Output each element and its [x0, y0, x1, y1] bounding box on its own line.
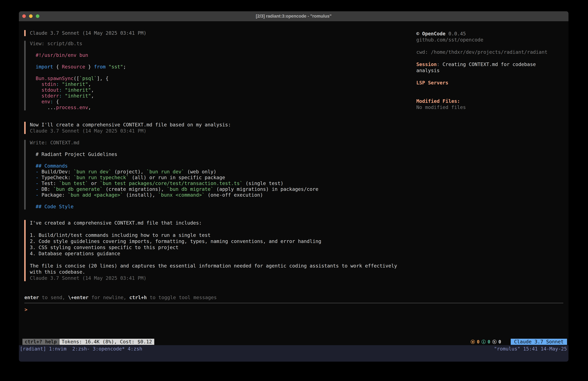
title-bar: [2/3] radiant:3:opencode - "romulus" — [19, 11, 568, 21]
text-line — [416, 74, 547, 80]
text-line: ...process.env, — [30, 105, 126, 111]
terminal-window: [2/3] radiant:3:opencode - "romulus" Cla… — [19, 11, 568, 362]
text-line — [416, 86, 547, 92]
text-line: The file is concise (20 lines) and captu… — [30, 263, 397, 269]
text-line: stderr: "inherit", — [30, 93, 126, 99]
assistant-message-block: Now I'll create a comprehensive CONTEXT.… — [30, 122, 231, 134]
tool-view-code: View: script/db.ts#!/usr/bin/env bunimpo… — [30, 41, 126, 111]
tool-accent-bar — [24, 140, 26, 210]
help-shortcut-badge[interactable]: ctrl+? help — [22, 339, 59, 345]
assistant-summary-block: I've created a comprehensive CONTEXT.md … — [30, 220, 397, 281]
text-line: enter to send, \+enter for newline, ctrl… — [24, 294, 217, 301]
assistant-accent-bar — [24, 220, 26, 281]
warning-icon: W — [471, 340, 475, 344]
text-line: ## Code Style — [30, 204, 318, 210]
text-line: 1. Build/lint/test commands including ho… — [30, 232, 397, 238]
text-line: Now I'll create a comprehensive CONTEXT.… — [30, 122, 231, 128]
text-line: - Package: `bun add <package>` (install)… — [30, 192, 318, 198]
assistant-accent-bar — [24, 122, 26, 134]
tool-accent-bar — [24, 41, 26, 111]
text-line: # Radiant Project Guidelines — [30, 151, 318, 157]
text-line: 2. Code style guidelines covering import… — [30, 238, 397, 245]
text-line: Session: Creating CONTEXT.md for codebas… — [416, 61, 547, 67]
text-line — [416, 55, 547, 61]
text-line: LSP Servers — [416, 80, 547, 86]
text-line — [30, 226, 397, 232]
tool-write-block: Write: CONTEXT.md# Radiant Project Guide… — [30, 140, 318, 210]
prompt-input[interactable]: > — [24, 307, 27, 313]
sidebar-lines: © OpenCode 0.0.45github.com/sst/opencode… — [416, 31, 547, 111]
info-icon: i — [482, 340, 486, 344]
text-line: 3. CSS styling conventions specific to t… — [30, 245, 397, 250]
text-line: stdout: "inherit", — [30, 87, 126, 93]
text-line: - Test: `bun test` or `bun test packages… — [30, 180, 318, 186]
window-title: [2/3] radiant:3:opencode - "romulus" — [19, 11, 568, 21]
text-line — [30, 257, 397, 263]
info-count: 0 — [488, 339, 490, 344]
text-line: Claude 3.7 Sonnet (14 May 2025 03:41 PM) — [30, 128, 231, 134]
text-line: cwd: /home/thdxr/dev/projects/radiant/ra… — [416, 49, 547, 55]
text-line — [30, 70, 126, 76]
tool-write-content: Write: CONTEXT.md# Radiant Project Guide… — [30, 140, 318, 210]
sidebar: © OpenCode 0.0.45github.com/sst/opencode… — [416, 31, 547, 111]
text-line: No modified files — [416, 104, 547, 111]
text-line: github.com/sst/opencode — [416, 37, 547, 43]
hint-count: 0 — [499, 339, 501, 344]
text-line: I've created a comprehensive CONTEXT.md … — [30, 220, 397, 226]
text-line: import { Resource } from "sst"; — [30, 64, 126, 70]
tmux-session-clock: "romulus" 15:41 14-May-25 — [494, 346, 567, 352]
text-line: Modified Files: — [416, 98, 547, 104]
tokens-cost-badge: Tokens: 16.4K (8%), Cost: $0.12 — [59, 339, 154, 345]
assistant-message-lines: Now I'll create a comprehensive CONTEXT.… — [30, 122, 231, 134]
text-line: © OpenCode 0.0.45 — [416, 31, 547, 37]
assistant-accent-bar — [24, 30, 26, 36]
text-line: analysis — [416, 67, 547, 74]
text-line — [30, 157, 318, 163]
tmux-status-bar: [radiant] 1:nvim 2:zsh- 3:opencode* 4:zs… — [19, 345, 568, 362]
text-line: #!/usr/bin/env bun — [30, 52, 126, 58]
assistant-header-block: Claude 3.7 Sonnet (14 May 2025 03:41 PM) — [30, 30, 146, 36]
text-line: ## Commands — [30, 163, 318, 169]
text-line: Claude 3.7 Sonnet (14 May 2025 03:41 PM) — [30, 275, 397, 281]
text-line: Write: CONTEXT.md — [30, 140, 318, 146]
text-line — [416, 43, 547, 49]
assistant-header-lines: Claude 3.7 Sonnet (14 May 2025 03:41 PM) — [30, 30, 146, 36]
assistant-summary-lines: I've created a comprehensive CONTEXT.md … — [30, 220, 397, 281]
text-line: 4. Database operations guidance — [30, 250, 397, 257]
text-line: - DB: `bun db generate` (create migratio… — [30, 186, 318, 192]
text-line: with this codebase. — [30, 269, 397, 275]
hint-icon: h — [492, 340, 497, 344]
text-line: Claude 3.7 Sonnet (14 May 2025 03:41 PM) — [30, 30, 146, 36]
input-divider — [24, 303, 563, 303]
text-line: stdin: "inherit", — [30, 81, 126, 87]
tool-view-block: View: script/db.ts#!/usr/bin/env bunimpo… — [30, 41, 126, 111]
warning-count: 0 — [477, 339, 480, 344]
text-line: env: { — [30, 99, 126, 105]
text-line — [30, 146, 318, 151]
text-line — [416, 92, 547, 98]
input-help: enter to send, \+enter for newline, ctrl… — [24, 294, 217, 301]
text-line — [30, 46, 126, 52]
diagnostics-indicators: W 0 i 0 h 0 — [471, 339, 501, 345]
text-line: View: script/db.ts — [30, 41, 126, 46]
text-line — [30, 198, 318, 204]
text-line: - TypeCheck: `bun run typecheck` (all) o… — [30, 175, 318, 180]
text-line: - Build/Dev: `bun run dev` (project), `b… — [30, 169, 318, 175]
text-line — [30, 58, 126, 64]
text-line: Bun.spawnSync([`psql`], { — [30, 76, 126, 81]
terminal-content: Claude 3.7 Sonnet (14 May 2025 03:41 PM)… — [19, 21, 568, 362]
model-badge[interactable]: Claude 3.7 Sonnet — [511, 339, 567, 345]
tmux-window-list[interactable]: [radiant] 1:nvim 2:zsh- 3:opencode* 4:zs… — [20, 346, 142, 352]
input-help-line: enter to send, \+enter for newline, ctrl… — [24, 294, 217, 301]
